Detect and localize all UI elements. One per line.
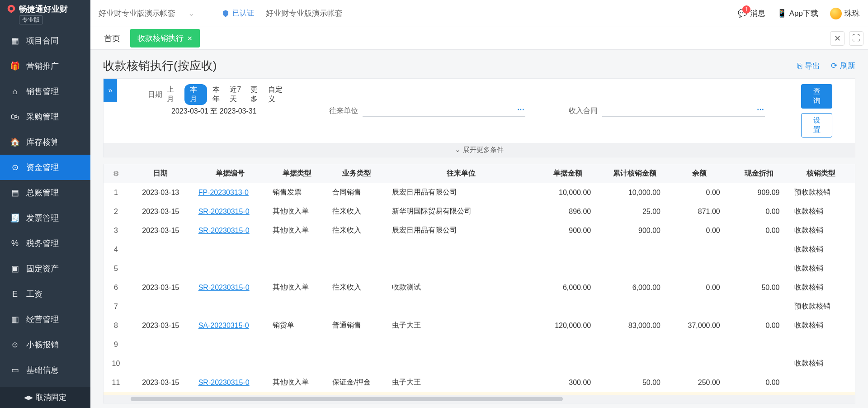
contract-input[interactable]: [602, 105, 765, 117]
sidebar-item-1[interactable]: 🎁营销推广: [0, 53, 90, 79]
sidebar-item-2[interactable]: ⌂销售管理: [0, 79, 90, 104]
gift-icon: 🎁: [10, 61, 20, 71]
table-row[interactable]: 112023-03-15SR-20230315-0其他收入单保证金/押金虫子大王…: [104, 373, 855, 392]
table-row[interactable]: 5收款核销收款单20: [104, 259, 855, 278]
column-header-0[interactable]: 日期: [128, 164, 193, 183]
sidebar-item-7[interactable]: 🧾发票管理: [0, 205, 90, 231]
table-row[interactable]: 32023-03-15SR-20230315-0其他收入单往来收入辰宏日用品有限…: [104, 221, 855, 240]
cell-partner: 辰宏日用品有限公司: [387, 221, 535, 240]
fullscreen-button[interactable]: ⛶: [849, 31, 863, 46]
column-header-8[interactable]: 现金折扣: [729, 164, 789, 183]
sidebar-item-0[interactable]: ▦项目合同: [0, 28, 90, 53]
table-row[interactable]: 82023-03-15SA-20230315-0销货单普通销售虫子大王120,0…: [104, 316, 855, 335]
cell-writeoff-type: 收款核销: [789, 202, 854, 221]
sidebar-item-13[interactable]: ▭基础信息: [0, 357, 90, 383]
date-option-4[interactable]: 更多: [250, 85, 262, 104]
verified-account: 好业财专业版演示帐套: [266, 8, 343, 19]
brand-name: 畅捷通好业财: [19, 4, 68, 14]
sidebar-item-4[interactable]: 🏠库存核算: [0, 129, 90, 155]
table-row[interactable]: 12023-03-13FP-20230313-0销售发票合同销售辰宏日用品有限公…: [104, 183, 855, 202]
cell-accum: [600, 297, 670, 316]
partner-input[interactable]: [363, 105, 525, 117]
refresh-button[interactable]: ⟳ 刷新: [831, 61, 855, 71]
cell-doctype: [267, 259, 327, 278]
cell-date: [128, 259, 193, 278]
cell-docno[interactable]: SA-20230315-0: [193, 316, 268, 335]
cell-docno: [193, 354, 268, 373]
refresh-icon: ⟳: [831, 61, 837, 71]
close-all-tabs-button[interactable]: ✕: [830, 31, 844, 46]
date-option-3[interactable]: 近7天: [230, 85, 245, 104]
account-selector[interactable]: 好业财专业版演示帐套 ⌄: [99, 8, 194, 19]
sidebar-item-5[interactable]: ⊙资金管理: [0, 155, 90, 180]
close-icon[interactable]: ✕: [187, 35, 193, 42]
table-row[interactable]: 10收款核销收款单20: [104, 354, 855, 373]
sidebar-item-9[interactable]: ▣固定资产: [0, 256, 90, 281]
query-button[interactable]: 查询: [801, 84, 832, 109]
sidebar-item-11[interactable]: ▥经营管理: [0, 307, 90, 332]
user-menu[interactable]: 珠珠: [830, 8, 860, 19]
cell-partner: [387, 240, 535, 259]
cell-doctype: 其他收入单: [267, 221, 327, 240]
column-header-2[interactable]: 单据类型: [267, 164, 327, 183]
cell-biztype: [327, 335, 387, 354]
cell-balance: [670, 297, 729, 316]
column-header-4[interactable]: 往来单位: [387, 164, 535, 183]
tab-home[interactable]: 首页: [99, 33, 126, 44]
cell-writeoff-type: 收款核销: [789, 221, 854, 240]
cell-docno[interactable]: SR-20230315-0: [193, 221, 268, 240]
cell-docno[interactable]: SR-20230315-0: [193, 278, 268, 297]
table-row[interactable]: 4收款核销收款单20: [104, 240, 855, 259]
partner-picker-icon[interactable]: ⋯: [517, 105, 525, 114]
column-header-7[interactable]: 余额: [670, 164, 729, 183]
unpin-button[interactable]: ◀▶ 取消固定: [0, 387, 90, 408]
column-header-10[interactable]: 核销单据类型: [853, 164, 855, 183]
export-icon: ⎘: [797, 62, 802, 71]
column-settings-button[interactable]: ⚙: [104, 164, 128, 183]
cell-discount: 0.00: [729, 221, 789, 240]
cell-writeoff-type: 收款核销: [789, 259, 854, 278]
row-number: 2: [104, 202, 128, 221]
sidebar-item-14[interactable]: ⚙系统管理: [0, 383, 90, 387]
date-option-0[interactable]: 上月: [167, 85, 179, 104]
sidebar-item-10[interactable]: E工资: [0, 281, 90, 307]
sidebar-item-12[interactable]: ☺小畅报销: [0, 332, 90, 357]
date-option-2[interactable]: 本年: [212, 85, 224, 104]
contract-picker-icon[interactable]: ⋯: [757, 105, 765, 114]
sidebar-item-3[interactable]: 🛍采购管理: [0, 104, 90, 129]
cell-doctype: 其他收入单: [267, 202, 327, 221]
book-icon: ▤: [10, 188, 20, 198]
export-button[interactable]: ⎘ 导出: [797, 61, 820, 71]
column-header-3[interactable]: 业务类型: [327, 164, 387, 183]
messages-button[interactable]: 💬 1 消息: [738, 8, 765, 19]
column-header-6[interactable]: 累计核销金额: [600, 164, 670, 183]
date-option-5[interactable]: 自定义: [268, 85, 286, 104]
table-row[interactable]: 7预收款核销收款单20: [104, 297, 855, 316]
cell-docno[interactable]: FP-20230313-0: [193, 183, 268, 202]
date-option-1[interactable]: 本月: [184, 84, 207, 105]
grid-icon: ▦: [10, 36, 20, 46]
app-download-button[interactable]: 📱 App下载: [777, 8, 818, 19]
cell-balance: [670, 259, 729, 278]
collapse-filter-button[interactable]: »: [104, 79, 117, 102]
cell-doctype: [267, 240, 327, 259]
table-row[interactable]: 62023-03-15SR-20230315-0其他收入单往来收入收款测试6,0…: [104, 278, 855, 297]
cell-balance: 0.00: [670, 183, 729, 202]
sidebar-item-8[interactable]: %税务管理: [0, 231, 90, 256]
column-header-9[interactable]: 核销类型: [789, 164, 854, 183]
column-header-5[interactable]: 单据金额: [535, 164, 600, 183]
cell-discount: [729, 335, 789, 354]
cell-docno[interactable]: SR-20230315-0: [193, 373, 268, 392]
cell-docno[interactable]: SR-20230315-0: [193, 202, 268, 221]
column-header-1[interactable]: 单据编号: [193, 164, 268, 183]
cell-partner: 收款测试: [387, 278, 535, 297]
table-row[interactable]: 22023-03-15SR-20230315-0其他收入单往来收入新华明国际贸易…: [104, 202, 855, 221]
row-number: 3: [104, 221, 128, 240]
horizontal-scrollbar[interactable]: [104, 395, 855, 403]
sidebar-item-6[interactable]: ▤总账管理: [0, 180, 90, 205]
sidebar-item-label: 资金管理: [26, 162, 59, 173]
expand-conditions-button[interactable]: 展开更多条件: [104, 143, 855, 157]
tab-active[interactable]: 收款核销执行 ✕: [130, 29, 200, 47]
table-row[interactable]: 9收款单20: [104, 335, 855, 354]
settings-button[interactable]: 设置: [801, 113, 832, 138]
